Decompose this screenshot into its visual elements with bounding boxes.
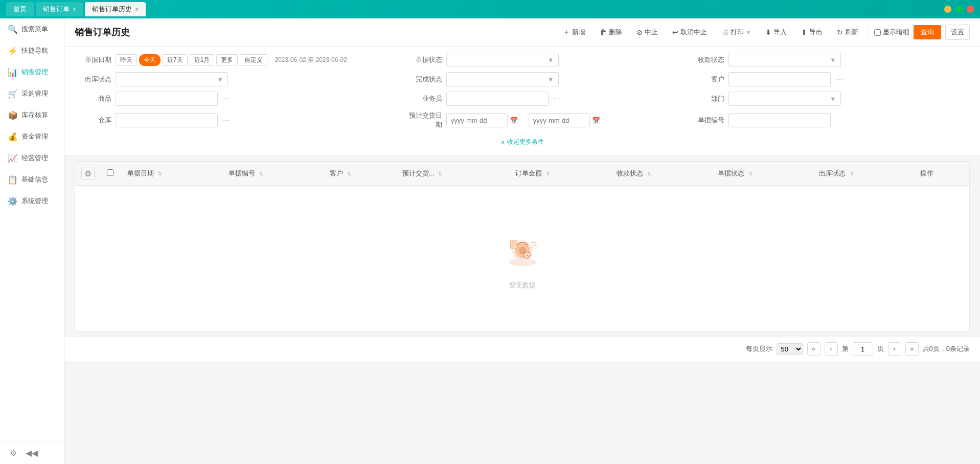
show-columns-checkbox[interactable] — [874, 29, 881, 36]
print-button[interactable]: 🖨 打印 ▼ — [716, 25, 756, 39]
page-size-select[interactable]: 50 10 20 100 — [777, 343, 803, 355]
delivery-date-start[interactable] — [446, 113, 508, 127]
th-doc-status[interactable]: 单据状态 ⇅ — [712, 162, 813, 186]
page-label-after: 页 — [877, 344, 884, 353]
order-status-select[interactable]: ▼ — [446, 53, 559, 67]
sidebar-item-purchase-mgmt[interactable]: 🛒 采购管理 — [0, 83, 64, 104]
collapse-sidebar-icon[interactable]: ◀◀ — [27, 448, 37, 458]
department-select[interactable]: ▼ — [728, 92, 841, 106]
import-button[interactable]: ⬇ 导入 — [760, 25, 792, 39]
sidebar-item-quick-nav[interactable]: ⚡ 快捷导航 — [0, 40, 64, 61]
export-button[interactable]: ⬆ 导出 — [796, 25, 828, 39]
first-page-button[interactable]: « — [807, 342, 821, 356]
th-customer[interactable]: 客户 ⇅ — [324, 162, 396, 186]
warehouse-dots[interactable]: ··· — [223, 116, 230, 125]
th-outbound-status[interactable]: 出库状态 ⇅ — [813, 162, 914, 186]
refresh-button[interactable]: ↻ 刷新 — [832, 25, 863, 39]
collapse-bar[interactable]: ∧ 收起更多条件 — [75, 135, 970, 149]
th-order-amount-label: 订单金额 — [515, 169, 542, 177]
tab-sales-order-close[interactable]: × — [73, 7, 76, 12]
customer-input[interactable] — [728, 72, 831, 86]
delete-button[interactable]: 🗑 删除 — [595, 25, 627, 39]
date-btn-7days[interactable]: 近7天 — [163, 54, 188, 66]
prev-page-button[interactable]: ‹ — [825, 342, 838, 356]
last-page-button[interactable]: » — [905, 342, 919, 356]
sidebar-item-inventory[interactable]: 📦 库存核算 — [0, 104, 64, 126]
select-all-checkbox[interactable] — [107, 169, 113, 176]
tab-home[interactable]: 首页 — [6, 2, 34, 16]
date-btn-more[interactable]: 更多 — [216, 54, 238, 66]
date-btn-yesterday[interactable]: 昨天 — [116, 54, 137, 66]
next-page-button[interactable]: › — [888, 342, 901, 356]
query-button[interactable]: 查询 — [914, 25, 941, 39]
sidebar-item-sales-mgmt[interactable]: 📊 销售管理 — [0, 61, 64, 83]
sales-mgmt-icon: 📊 — [8, 68, 17, 77]
sidebar-item-search-menu[interactable]: 🔍 搜索菜单 — [0, 18, 64, 40]
delivery-date-filter: 📅 — 📅 — [446, 113, 688, 127]
minimize-button[interactable] — [944, 6, 951, 13]
refresh-label: 刷新 — [845, 28, 858, 37]
empty-row: 暂无数据 — [75, 186, 969, 332]
settings-bottom-icon[interactable]: ⚙ — [8, 448, 18, 458]
cancel-stop-button[interactable]: ↩ 取消中止 — [667, 25, 712, 39]
sidebar-item-system[interactable]: ⚙️ 系统管理 — [0, 190, 64, 212]
filter-row-2: 出库状态 ▼ 完成状态 ▼ 客户 ··· — [75, 72, 970, 86]
salesperson-dots[interactable]: ··· — [554, 94, 560, 103]
current-page-input[interactable] — [853, 342, 873, 356]
filter-row-3: 商品 ··· 业务员 ··· 部门 ▼ — [75, 92, 970, 106]
th-doc-date[interactable]: 单据日期 ⇅ — [121, 162, 222, 186]
delete-label: 删除 — [609, 28, 622, 37]
goods-input[interactable] — [116, 92, 218, 106]
th-expected-delivery-label: 预计交货... — [402, 169, 435, 177]
sidebar-item-finance[interactable]: 💰 资金管理 — [0, 126, 64, 147]
order-no-input[interactable] — [728, 113, 831, 127]
th-order-amount[interactable]: 订单金额 ⇅ — [509, 162, 610, 186]
maximize-button[interactable] — [955, 6, 963, 13]
tab-sales-order-history-close[interactable]: × — [135, 7, 138, 12]
date-range-text: 2023-06-02 至 2023-06-02 — [275, 56, 347, 64]
date-btn-custom[interactable]: 自定义 — [240, 54, 267, 66]
customer-dots[interactable]: ··· — [836, 75, 842, 84]
order-status-label: 单据状态 — [405, 55, 446, 64]
date-btn-1month[interactable]: 近1月 — [190, 54, 215, 66]
stop-button[interactable]: ⊘ 中止 — [631, 25, 663, 39]
new-button[interactable]: ＋ 新增 — [558, 25, 590, 39]
salesperson-input[interactable] — [446, 92, 549, 106]
order-no-filter — [728, 113, 970, 127]
tab-sales-order[interactable]: 销售订单 × — [36, 2, 83, 16]
import-label: 导入 — [773, 28, 787, 37]
delivery-date-end[interactable] — [529, 113, 590, 127]
date-btn-today[interactable]: 今天 — [139, 54, 161, 66]
table-scroll[interactable]: ⚙ 单据日期 ⇅ 单据编号 ⇅ — [75, 162, 969, 331]
completion-status-select[interactable]: ▼ — [446, 72, 559, 86]
first-page-icon: « — [812, 345, 815, 352]
table-body: 暂无数据 — [75, 186, 969, 332]
th-payment-status[interactable]: 收款状态 ⇅ — [610, 162, 712, 186]
outbound-status-select[interactable]: ▼ — [116, 72, 228, 86]
tab-sales-order-label: 销售订单 — [43, 5, 70, 14]
column-settings-icon[interactable]: ⚙ — [81, 167, 95, 180]
export-label: 导出 — [809, 28, 823, 37]
th-outbound-status-label: 出库状态 — [819, 169, 846, 177]
inventory-icon: 📦 — [8, 111, 17, 120]
settings-label: 设置 — [951, 28, 964, 37]
tab-sales-order-history[interactable]: 销售订单历史 × — [85, 2, 145, 16]
th-expected-delivery[interactable]: 预计交货... ⇅ — [396, 162, 509, 186]
warehouse-input[interactable] — [116, 113, 218, 127]
settings-button[interactable]: 设置 — [945, 25, 970, 40]
show-columns-label[interactable]: 显示暗细 — [874, 28, 909, 37]
warehouse-filter: ··· — [116, 113, 405, 127]
close-button[interactable] — [967, 6, 974, 13]
sidebar-item-operation[interactable]: 📈 经营管理 — [0, 147, 64, 169]
cancel-stop-label: 取消中止 — [680, 28, 707, 37]
window-controls — [944, 6, 974, 13]
th-doc-date-sort: ⇅ — [158, 171, 162, 176]
sidebar-label-inventory: 库存核算 — [21, 111, 48, 120]
th-doc-no[interactable]: 单据编号 ⇅ — [222, 162, 324, 186]
show-columns-text: 显示暗细 — [883, 28, 909, 37]
payment-status-select[interactable]: ▼ — [728, 53, 841, 67]
goods-dots[interactable]: ··· — [223, 94, 230, 103]
print-label: 打印 — [731, 28, 744, 37]
sidebar-item-basic-info[interactable]: 📋 基础信息 — [0, 169, 64, 190]
import-icon: ⬇ — [765, 28, 771, 36]
